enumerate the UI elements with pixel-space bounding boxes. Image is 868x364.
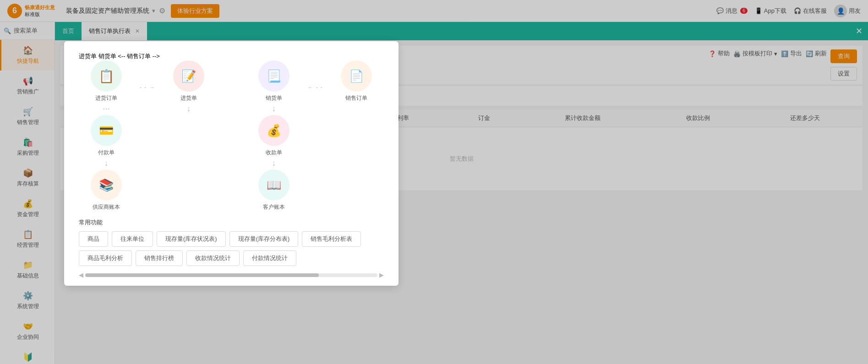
common-section: 常用功能 商品往来单位现存量(库存状况表)现存量(库存分布表)销售毛利分析表商品… [79,218,384,266]
flow-col-mid-right: 📃 销货单 ↓ 💰 收款单 ↓ 📖 客户账本 [246,60,301,211]
arrow-h-sales: ← - - [301,60,329,103]
flow-node-customer-ledger[interactable]: 📖 客户账本 [246,169,301,211]
arrow-h-purchase: - - → [134,60,161,103]
common-btn-2[interactable]: 现存量(库存状况表) [157,231,226,247]
scrollbar-track[interactable] [85,273,377,277]
common-btn-0[interactable]: 商品 [79,231,108,247]
flow-col-mid-left: 📝 进货单 ↓ [161,60,216,190]
common-section-title: 常用功能 [79,218,384,227]
flow-node-sales-bill[interactable]: 📃 销货单 [246,60,301,102]
flow-node-purchase-bill[interactable]: 📝 进货单 [161,60,216,102]
scroll-left-icon[interactable]: ◀ [79,272,83,278]
sales-order-icon: 📄 [341,60,372,92]
common-btns: 商品往来单位现存量(库存状况表)现存量(库存分布表)销售毛利分析表商品毛利分析销… [79,231,384,266]
flow-node-purchase-order[interactable]: 📋 进货订单 [79,60,134,102]
flow-node-receipt-bill[interactable]: 💰 收款单 [246,115,301,157]
arrow-v3: ↓ [104,157,109,169]
payment-bill-icon: 💳 [91,115,122,146]
arrow-v4: ↓ [272,102,276,115]
flow-modal: 进货单 销货单 <-- 销售订单 --> 📋 进货订单 ··· 💳 付款单 [64,41,399,286]
arrow-v5: ↓ [272,157,276,169]
receipt-bill-icon: 💰 [258,115,289,146]
customer-ledger-icon: 📖 [258,169,289,201]
arrow-v1: ··· [103,102,109,115]
flow-node-payment-bill[interactable]: 💳 付款单 [79,115,134,157]
sales-bill-icon: 📃 [258,60,289,92]
arrow-v2: ↓ [187,102,191,115]
purchase-bill-icon: 📝 [173,60,204,92]
common-btn-5[interactable]: 商品毛利分析 [79,250,132,266]
common-btn-7[interactable]: 收款情况统计 [186,250,240,266]
flow-node-sales-order[interactable]: 📄 销售订单 [329,60,384,102]
flow-col-left: 📋 进货订单 ··· 💳 付款单 ↓ 📚 供应商账本 [79,60,134,211]
flow-node-supplier-ledger[interactable]: 📚 供应商账本 [79,169,134,211]
supplier-ledger-icon: 📚 [91,169,122,201]
purchase-order-icon: 📋 [91,60,122,92]
common-btn-3[interactable]: 现存量(库存分布表) [229,231,299,247]
modal-overlay[interactable]: 进货单 销货单 <-- 销售订单 --> 📋 进货订单 ··· 💳 付款单 [0,0,868,364]
scroll-right-icon[interactable]: ▶ [379,272,384,278]
flow-col-right: 📄 销售订单 [329,60,384,102]
flow-diagram: 📋 进货订单 ··· 💳 付款单 ↓ 📚 供应商账本 [79,60,384,211]
common-btn-8[interactable]: 付款情况统计 [243,250,296,266]
common-btn-1[interactable]: 往来单位 [112,231,153,247]
common-btn-6[interactable]: 销售排行榜 [136,250,183,266]
scrollbar-thumb [85,273,319,277]
common-btn-4[interactable]: 销售毛利分析表 [302,231,361,247]
scrollbar-area: ◀ ▶ [79,272,384,278]
